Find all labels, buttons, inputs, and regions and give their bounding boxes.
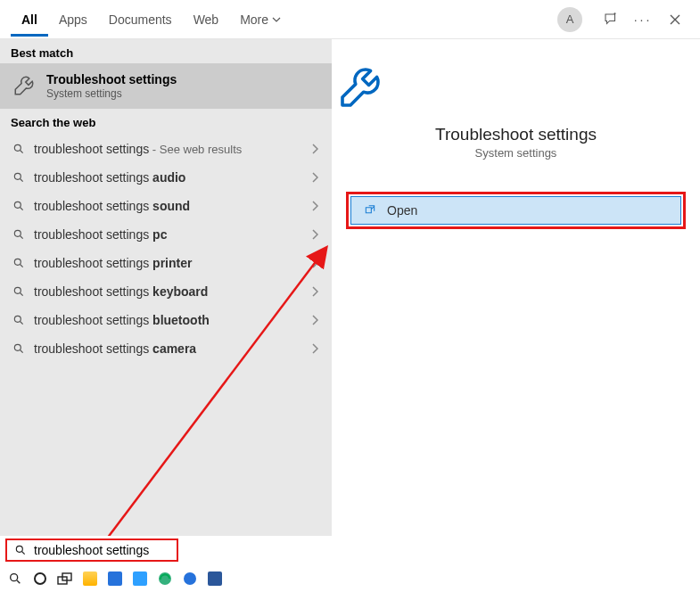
web-result-item[interactable]: troubleshoot settings audio — [0, 163, 332, 192]
results-list: Best match Troubleshoot settings System … — [0, 39, 332, 536]
magnifier-icon — [11, 257, 27, 269]
result-hint: - See web results — [149, 143, 242, 156]
web-result-item[interactable]: troubleshoot settings keyboard — [0, 277, 332, 306]
wrench-icon — [11, 72, 37, 99]
svg-point-16 — [184, 572, 196, 585]
result-prefix: troubleshoot settings — [34, 170, 152, 185]
result-prefix: troubleshoot settings — [34, 227, 152, 242]
result-keyword: sound — [152, 199, 190, 213]
result-keyword: printer — [152, 256, 192, 270]
task-view-icon[interactable] — [57, 571, 73, 587]
best-match-subtitle: System settings — [46, 87, 177, 100]
result-detail-pane: Troubleshoot settings System settings Op… — [332, 39, 700, 536]
magnifier-icon — [11, 143, 27, 155]
chevron-right-icon — [309, 144, 321, 154]
word-icon[interactable] — [207, 571, 223, 587]
result-keyword: audio — [152, 170, 185, 185]
result-prefix: troubleshoot settings — [34, 341, 152, 356]
tab-apps[interactable]: Apps — [48, 2, 98, 37]
web-results-list: troubleshoot settings - See web results … — [0, 133, 332, 363]
chevron-right-icon — [309, 258, 321, 268]
microsoft-store-icon[interactable] — [107, 571, 123, 587]
search-web-heading: Search the web — [0, 109, 332, 133]
svg-point-5 — [14, 259, 21, 265]
svg-point-6 — [14, 287, 21, 293]
open-button-label: Open — [387, 203, 417, 218]
mail-icon[interactable] — [132, 571, 148, 587]
annotation-highlight-open: Open — [346, 192, 686, 229]
app-icon-blue[interactable] — [182, 571, 198, 587]
tab-web[interactable]: Web — [183, 2, 230, 37]
svg-point-8 — [14, 344, 21, 350]
svg-point-1 — [14, 144, 21, 151]
result-prefix: troubleshoot settings — [34, 256, 152, 270]
svg-point-12 — [35, 573, 45, 584]
result-prefix: troubleshoot settings — [34, 199, 152, 213]
taskbar-search-input[interactable]: troubleshoot settings — [5, 539, 178, 562]
search-results-pane: Best match Troubleshoot settings System … — [0, 39, 700, 536]
open-external-icon — [362, 203, 378, 218]
result-keyword: bluetooth — [152, 313, 210, 327]
detail-title: Troubleshoot settings — [339, 125, 693, 144]
user-avatar[interactable]: A — [557, 7, 582, 32]
svg-point-10 — [16, 546, 22, 552]
chevron-right-icon — [309, 172, 321, 183]
result-keyword: pc — [152, 227, 167, 242]
magnifier-icon — [12, 544, 29, 556]
edge-icon[interactable] — [157, 571, 173, 587]
caret-down-icon — [272, 15, 281, 24]
search-scope-tabbar: All Apps Documents Web More A ··· — [0, 0, 700, 39]
result-prefix: troubleshoot settings — [34, 284, 152, 299]
best-match-title: Troubleshoot settings — [46, 72, 177, 87]
result-keyword: keyboard — [152, 284, 208, 299]
magnifier-icon — [11, 200, 27, 212]
web-result-item[interactable]: troubleshoot settings - See web results — [0, 135, 332, 163]
web-result-item[interactable]: troubleshoot settings printer — [0, 249, 332, 277]
more-options-icon[interactable]: ··· — [629, 5, 657, 34]
svg-point-4 — [14, 230, 21, 236]
chevron-right-icon — [309, 229, 321, 240]
chevron-right-icon — [309, 343, 321, 354]
close-button[interactable] — [661, 5, 689, 34]
cortana-icon[interactable] — [32, 571, 48, 587]
svg-point-2 — [14, 173, 21, 179]
svg-point-11 — [11, 574, 18, 581]
result-prefix: troubleshoot settings — [34, 313, 152, 327]
best-match-item[interactable]: Troubleshoot settings System settings — [0, 63, 332, 109]
magnifier-icon — [11, 285, 27, 298]
tab-documents[interactable]: Documents — [98, 2, 183, 37]
feedback-icon[interactable] — [597, 5, 625, 34]
web-result-item[interactable]: troubleshoot settings bluetooth — [0, 306, 332, 334]
chevron-right-icon — [309, 286, 321, 297]
taskbar-search-icon[interactable] — [7, 571, 23, 587]
file-explorer-icon[interactable] — [82, 571, 98, 587]
tab-all[interactable]: All — [11, 2, 48, 37]
magnifier-icon — [11, 314, 27, 326]
svg-point-7 — [14, 316, 21, 322]
magnifier-icon — [11, 342, 27, 355]
web-result-item[interactable]: troubleshoot settings sound — [0, 192, 332, 220]
magnifier-icon — [11, 228, 27, 241]
svg-point-0 — [614, 12, 615, 14]
web-result-item[interactable]: troubleshoot settings pc — [0, 220, 332, 249]
magnifier-icon — [11, 171, 27, 184]
svg-point-3 — [14, 201, 21, 208]
result-prefix: troubleshoot settings — [34, 142, 149, 156]
tab-more[interactable]: More — [229, 2, 292, 37]
chevron-right-icon — [309, 201, 321, 211]
result-keyword: camera — [152, 341, 196, 356]
chevron-right-icon — [309, 315, 321, 325]
best-match-heading: Best match — [0, 39, 332, 63]
detail-wrench-icon — [339, 66, 693, 109]
search-input-value: troubleshoot settings — [34, 543, 149, 557]
web-result-item[interactable]: troubleshoot settings camera — [0, 334, 332, 363]
open-button[interactable]: Open — [350, 196, 681, 225]
taskbar — [0, 565, 273, 592]
detail-subtitle: System settings — [339, 146, 693, 160]
tab-more-label: More — [240, 12, 268, 27]
